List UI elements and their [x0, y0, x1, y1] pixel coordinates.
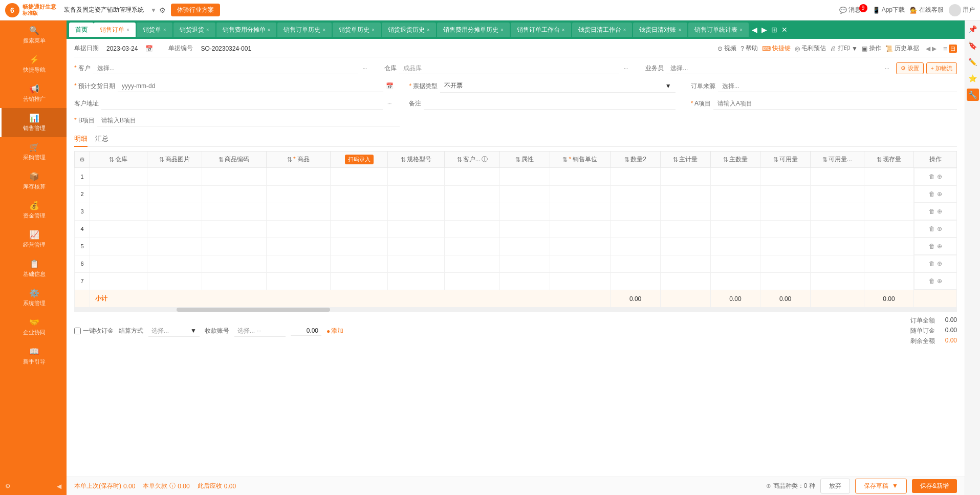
row-7-spec[interactable]: [387, 272, 445, 290]
sidebar-item-guide[interactable]: 📖 新手引导: [0, 341, 67, 371]
row-7-unit[interactable]: [550, 272, 611, 290]
row-4-copy-icon[interactable]: ⊕: [937, 225, 942, 232]
system-dropdown[interactable]: ▼: [150, 7, 157, 14]
beta-button[interactable]: 体验行业方案: [171, 4, 220, 16]
row-1-unit[interactable]: [550, 168, 611, 186]
row-6-copy-icon[interactable]: ⊕: [937, 260, 942, 267]
tab-goods-bill[interactable]: 销货单 ×: [137, 23, 172, 37]
row-3-operate[interactable]: 🗑 ⊕: [914, 203, 956, 220]
row-4-available2[interactable]: [810, 220, 864, 238]
row-4-spec[interactable]: [387, 220, 445, 238]
add-goods-btn[interactable]: + 加物流: [926, 62, 957, 74]
tab-close-sales-expense[interactable]: ×: [268, 27, 271, 33]
row-4-delete-icon[interactable]: 🗑: [929, 225, 935, 232]
row-1-copy-icon[interactable]: ⊕: [937, 173, 942, 180]
row-7-image[interactable]: [147, 272, 202, 290]
th-spec[interactable]: ⇅规格型号: [387, 152, 445, 168]
history-btn[interactable]: 📜 历史单据: [885, 44, 919, 53]
row-5-operate[interactable]: 🗑 ⊕: [914, 238, 956, 255]
row-2-unit[interactable]: [550, 185, 611, 203]
tab-close-sales-order[interactable]: ×: [126, 27, 129, 33]
row-7-name[interactable]: [266, 272, 331, 290]
row-5-qty2[interactable]: [611, 238, 661, 255]
row-2-code[interactable]: [202, 185, 267, 203]
row-4-current[interactable]: [864, 220, 914, 238]
row-1-qty2[interactable]: [611, 168, 661, 186]
sidebar-item-marketing[interactable]: 📢 营销推广: [0, 79, 67, 108]
th-available2[interactable]: ⇅可用量...: [810, 152, 864, 168]
row-3-available[interactable]: [760, 203, 811, 220]
row-5-attr[interactable]: [499, 238, 550, 255]
row-5-image[interactable]: [147, 238, 202, 255]
sidebar-collapse-icon[interactable]: ◀: [57, 483, 61, 490]
delivery-calendar-icon[interactable]: 📅: [386, 82, 394, 90]
warehouse-input[interactable]: [399, 62, 619, 74]
nav-next-icon[interactable]: ▶: [932, 45, 937, 52]
row-4-image[interactable]: [147, 220, 202, 238]
save-new-button[interactable]: 保存&新增: [912, 479, 957, 493]
summary-tab[interactable]: 汇总: [95, 132, 108, 146]
app-download-button[interactable]: 📱 App下载: [873, 6, 905, 14]
tab-close-expense-history[interactable]: ×: [500, 27, 504, 33]
sidebar-item-shortcut[interactable]: ⚡ 快捷导航: [0, 50, 67, 79]
row-5-code[interactable]: [202, 238, 267, 255]
row-5-available2[interactable]: [810, 238, 864, 255]
row-1-main-unit[interactable]: [660, 168, 710, 186]
sidebar-item-operation[interactable]: 📈 经营管理: [0, 225, 67, 254]
row-2-name[interactable]: [266, 185, 331, 203]
row-4-code[interactable]: [202, 220, 267, 238]
row-6-spec[interactable]: [387, 255, 445, 272]
a-project-input[interactable]: [713, 98, 957, 110]
row-3-unit[interactable]: [550, 203, 611, 220]
row-1-available2[interactable]: [810, 168, 864, 186]
tab-home[interactable]: 首页: [69, 23, 94, 37]
row-7-current[interactable]: [864, 272, 914, 290]
row-4-name[interactable]: [266, 220, 331, 238]
row-1-image[interactable]: [147, 168, 202, 186]
row-7-delete-icon[interactable]: 🗑: [929, 277, 935, 285]
row-7-operate[interactable]: 🗑 ⊕: [914, 272, 956, 290]
row-3-warehouse[interactable]: [90, 203, 147, 220]
sidebar-item-basic[interactable]: 📋 基础信息: [0, 254, 67, 283]
tab-daily-workbench[interactable]: 钱货日清工作台 ×: [572, 23, 633, 37]
th-attr[interactable]: ⇅属性: [499, 152, 550, 168]
row-2-operate[interactable]: 🗑 ⊕: [914, 185, 956, 203]
row-3-code[interactable]: [202, 203, 267, 220]
row-2-available2[interactable]: [810, 185, 864, 203]
row-2-image[interactable]: [147, 185, 202, 203]
invoice-type-select[interactable]: 不开票 ▼: [440, 79, 675, 93]
row-6-current[interactable]: [864, 255, 914, 272]
warehouse-more-btn[interactable]: ···: [622, 66, 630, 71]
list-view-icon[interactable]: ≡: [943, 45, 947, 53]
row-3-copy-icon[interactable]: ⊕: [937, 208, 942, 215]
view-btn[interactable]: ⊙ 视频: [717, 44, 736, 53]
row-4-main-unit[interactable]: [660, 220, 710, 238]
th-current[interactable]: ⇅现存量: [864, 152, 914, 168]
row-6-operate[interactable]: 🗑 ⊕: [914, 255, 956, 272]
row-3-image[interactable]: [147, 203, 202, 220]
row-1-operate[interactable]: 🗑 ⊕: [914, 168, 956, 185]
account-select[interactable]: 选择... ···: [234, 326, 286, 337]
row-5-main-qty[interactable]: [710, 238, 760, 255]
row-2-qty2[interactable]: [611, 185, 661, 203]
settings-icon[interactable]: ⚙: [159, 6, 166, 14]
online-service-button[interactable]: 💁 在线客服: [910, 6, 944, 14]
sidebar-item-inventory[interactable]: 📦 库存核算: [0, 166, 67, 196]
row-4-available[interactable]: [760, 220, 811, 238]
row-1-spec[interactable]: [387, 168, 445, 186]
address-more-btn[interactable]: ···: [385, 101, 394, 106]
one-click-checkbox[interactable]: 一键收订金: [74, 327, 114, 335]
row-6-qty2[interactable]: [611, 255, 661, 272]
row-2-available[interactable]: [760, 185, 811, 203]
tab-expense-history[interactable]: 销售费用分摊单历史 ×: [437, 23, 510, 37]
row-7-warehouse[interactable]: [90, 272, 147, 290]
row-3-available2[interactable]: [810, 203, 864, 220]
account-more-btn[interactable]: ···: [255, 328, 263, 334]
sidebar-item-system[interactable]: ⚙️ 系统管理: [0, 283, 67, 312]
tab-expand[interactable]: ⊞: [769, 26, 779, 34]
row-4-attr[interactable]: [499, 220, 550, 238]
save-draft-button[interactable]: 保存草稿 ▼: [855, 479, 907, 493]
row-4-customer-code[interactable]: [445, 220, 499, 238]
row-7-copy-icon[interactable]: ⊕: [937, 277, 942, 285]
right-icon-5[interactable]: 🔧: [967, 89, 979, 101]
